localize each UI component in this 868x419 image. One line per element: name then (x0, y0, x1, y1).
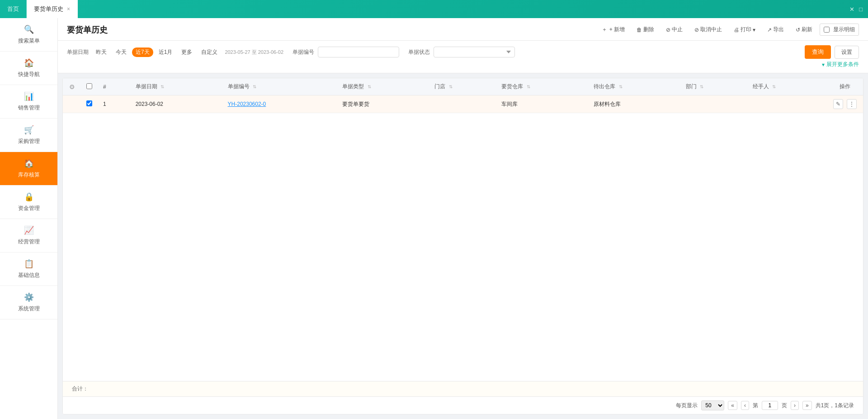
sidebar-item-sales-mgmt[interactable]: 📊 销售管理 (0, 85, 57, 119)
page-title-row: 要货单历史 ＋ + 新增 🗑 删除 ⊘ 中止 ⊘ (67, 24, 859, 36)
delete-icon: 🗑 (637, 27, 642, 33)
content-area: 要货单历史 ＋ + 新增 🗑 删除 ⊘ 中止 ⊘ (58, 18, 868, 419)
sidebar-item-purchase-mgmt[interactable]: 🛒 采购管理 (0, 119, 57, 152)
last-page-btn[interactable]: » (802, 401, 812, 410)
tab-home[interactable]: 首页 (0, 0, 27, 18)
date-buttons: 昨天 今天 近7天 近1月 更多 自定义 (92, 48, 221, 57)
sidebar-item-finance-mgmt[interactable]: 🔒 资金管理 (0, 186, 57, 219)
row-pending-warehouse: 原材料仓库 (588, 95, 680, 113)
sidebar-item-inventory-label: 库存核算 (18, 171, 40, 179)
th-doc-type: 单据类型 ⇅ (337, 78, 429, 95)
sidebar-item-ops-mgmt[interactable]: 📈 经营管理 (0, 219, 57, 252)
total-info: 共1页，1条记录 (816, 402, 854, 409)
sidebar-item-quick-nav[interactable]: 🏠 快捷导航 (0, 52, 57, 85)
tab-home-label: 首页 (7, 5, 19, 13)
doc-date-sort-icon[interactable]: ⇅ (160, 84, 164, 89)
th-store: 门店 ⇅ (429, 78, 496, 95)
th-pending-warehouse-label: 待出仓库 (594, 83, 615, 90)
row-settings-col (63, 95, 81, 113)
store-sort-icon[interactable]: ⇅ (449, 84, 453, 89)
row-checkbox[interactable] (86, 100, 92, 106)
page-input[interactable] (762, 401, 778, 410)
doc-date-label: 单据日期 (67, 48, 89, 56)
sys-mgmt-icon: ⚙️ (24, 292, 34, 302)
summary-bar: 合计： (63, 381, 863, 396)
sidebar-item-finance-mgmt-label: 资金管理 (18, 205, 40, 212)
table-scroll[interactable]: ⚙ # 单据日期 ⇅ 单据编号 (63, 78, 863, 381)
sales-mgmt-icon: 📊 (24, 91, 34, 101)
summary-label: 合计： (72, 385, 88, 393)
print-button[interactable]: 🖨 打印 ▾ (729, 24, 760, 36)
date-btn-last1m[interactable]: 近1月 (155, 48, 176, 57)
per-page-select[interactable]: 20 50 100 200 (701, 400, 724, 410)
doc-status-label: 单据状态 (408, 48, 430, 56)
first-page-btn[interactable]: « (728, 401, 737, 410)
sidebar-item-base-info-label: 基础信息 (18, 271, 40, 279)
print-arrow-icon: ▾ (753, 27, 755, 33)
handler-sort-icon[interactable]: ⇅ (772, 84, 776, 89)
row-doc-no[interactable]: YH-20230602-0 (222, 95, 337, 113)
display-detail-checkbox[interactable] (824, 27, 830, 33)
th-dept-label: 部门 (686, 83, 697, 90)
expand-more-btn[interactable]: ▾ 展开更多条件 (822, 61, 859, 68)
quick-nav-icon: 🏠 (24, 58, 34, 68)
prev-page-btn[interactable]: ‹ (741, 401, 749, 410)
req-warehouse-sort-icon[interactable]: ⇅ (527, 84, 530, 89)
top-maximize-btn[interactable]: □ (859, 6, 863, 13)
top-bar: 首页 要货单历史 × ✕ □ (0, 0, 868, 18)
new-label: + 新增 (609, 26, 625, 33)
row-ops: ✎ ⋮ (827, 95, 863, 113)
sidebar-item-base-info[interactable]: 📋 基础信息 (0, 252, 57, 286)
export-button[interactable]: ↗ 导出 (763, 24, 788, 36)
expand-more-label: 展开更多条件 (826, 61, 859, 68)
row-doc-date: 2023-06-02 (130, 95, 222, 113)
new-button[interactable]: ＋ + 新增 (597, 24, 629, 36)
query-button[interactable]: 查询 (805, 45, 831, 59)
delete-button[interactable]: 🗑 删除 (632, 24, 659, 36)
per-page-label: 每页显示 (676, 402, 698, 409)
stop-icon: ⊘ (666, 27, 670, 33)
main-layout: 🔍 搜索菜单 🏠 快捷导航 📊 销售管理 🛒 采购管理 🏠 库存核算 🔒 资金管… (0, 18, 868, 419)
top-close-btn[interactable]: ✕ (849, 6, 854, 13)
table-settings-icon[interactable]: ⚙ (69, 83, 75, 90)
next-page-btn[interactable]: › (791, 401, 799, 410)
row-req-warehouse: 车间库 (496, 95, 588, 113)
dept-sort-icon[interactable]: ⇅ (700, 84, 703, 89)
sidebar-item-inventory[interactable]: 🏠 库存核算 (0, 152, 57, 186)
stop-button[interactable]: ⊘ 中止 (661, 24, 687, 36)
date-btn-yesterday[interactable]: 昨天 (92, 48, 110, 57)
refresh-button[interactable]: ↺ 刷新 (791, 24, 817, 36)
date-btn-last7[interactable]: 近7天 (132, 48, 153, 57)
row-dept (680, 95, 747, 113)
tab-yaohuodan[interactable]: 要货单历史 × (27, 0, 78, 18)
display-detail-checkbox-label[interactable]: 显示明细 (820, 24, 859, 36)
tab-yaohuodan-close[interactable]: × (67, 6, 70, 12)
sidebar-item-sys-mgmt[interactable]: ⚙️ 系统管理 (0, 286, 57, 319)
doc-no-input[interactable] (318, 47, 399, 57)
sidebar-item-search-menu[interactable]: 🔍 搜索菜单 (0, 18, 57, 52)
total-pages-label: 页 (782, 402, 787, 409)
pending-warehouse-sort-icon[interactable]: ⇅ (619, 84, 623, 89)
settings-button[interactable]: 设置 (835, 46, 859, 59)
row-edit-btn[interactable]: ✎ (833, 99, 843, 109)
doc-type-sort-icon[interactable]: ⇅ (368, 84, 371, 89)
doc-no-sort-icon[interactable]: ⇅ (253, 84, 256, 89)
doc-status-select[interactable] (434, 47, 515, 57)
print-label: 打印 (741, 26, 751, 33)
date-btn-custom[interactable]: 自定义 (198, 48, 221, 57)
expand-more-icon: ▾ (822, 62, 825, 68)
row-checkbox-col (81, 95, 98, 113)
row-more-btn[interactable]: ⋮ (847, 99, 857, 109)
th-pending-warehouse: 待出仓库 ⇅ (588, 78, 680, 95)
sidebar-item-quick-nav-label: 快捷导航 (18, 71, 40, 78)
cancel-stop-button[interactable]: ⊘ 取消中止 (690, 24, 726, 36)
th-doc-no: 单据编号 ⇅ (222, 78, 337, 95)
new-icon: ＋ (602, 26, 607, 33)
cancel-stop-icon: ⊘ (694, 27, 699, 33)
row-index: 1 (98, 95, 130, 113)
filter-area: 单据日期 昨天 今天 近7天 近1月 更多 自定义 2023-05-27 至 2… (58, 41, 868, 73)
doc-no-link[interactable]: YH-20230602-0 (228, 101, 266, 107)
select-all-checkbox[interactable] (86, 83, 92, 89)
date-btn-more[interactable]: 更多 (178, 48, 196, 57)
date-btn-today[interactable]: 今天 (112, 48, 130, 57)
